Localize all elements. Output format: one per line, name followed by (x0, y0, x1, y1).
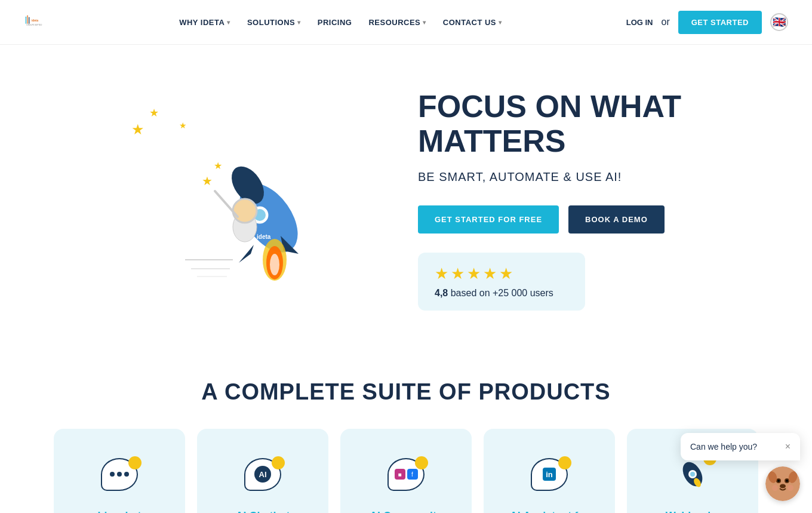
star-rating: ★ ★ ★ ★ ★ (435, 265, 568, 283)
svg-point-40 (788, 485, 793, 491)
product-card-community[interactable]: ■ f AI Community Manager (340, 429, 472, 513)
products-section-title: A COMPLETE SUITE OF PRODUCTS (36, 379, 776, 405)
linkedin-bubble-icon: in (531, 458, 568, 491)
dot-1 (110, 472, 115, 477)
products-grid: Livechat Start interacting with AI AI Ch… (36, 429, 776, 513)
dot-3 (124, 472, 129, 477)
nav-contact-us[interactable]: CONTACT US ▾ (443, 18, 502, 27)
star-4: ★ (483, 265, 497, 283)
community-icon-wrapper: ■ f (382, 450, 430, 498)
nav-why-ideta[interactable]: WHY IDETA ▾ (179, 18, 230, 27)
chatbot-name: AI Chatbot (236, 510, 290, 513)
svg-text:★: ★ (214, 161, 222, 171)
product-card-livechat[interactable]: Livechat Start interacting with (54, 429, 185, 513)
svg-point-35 (786, 480, 788, 482)
hero-buttons: GET STARTED FOR FREE BOOK A DEMO (418, 205, 665, 234)
rating-score: 4,8 (435, 288, 448, 298)
chevron-down-icon: ▾ (297, 19, 301, 26)
login-link[interactable]: LOG IN (626, 18, 653, 27)
dot-2 (117, 472, 122, 477)
community-bubble-icon: ■ f (387, 458, 425, 491)
main-nav: WHY IDETA ▾ SOLUTIONS ▾ PRICING RESOURCE… (179, 18, 502, 27)
chat-avatar[interactable] (765, 466, 800, 501)
chevron-down-icon: ▾ (227, 19, 230, 26)
svg-text:GROUPE SEPTEO: GROUPE SEPTEO (26, 24, 42, 26)
social-icons: ■ f (395, 469, 418, 480)
header-right: LOG IN or GET STARTED 🇬🇧 (626, 11, 788, 34)
livechat-name: Livechat (97, 510, 141, 513)
product-card-linkedin[interactable]: in AI Assistant for Linkedin (484, 429, 615, 513)
community-notification-badge (415, 456, 428, 469)
star-2: ★ (451, 265, 465, 283)
svg-point-22 (270, 254, 279, 275)
hero-title: FOCUS ON WHAT MATTERS (418, 90, 764, 158)
livechat-notification-badge (128, 456, 142, 469)
product-card-chatbot[interactable]: AI AI Chatbot Build your own (197, 429, 328, 513)
close-chat-button[interactable]: × (785, 441, 791, 452)
rating-box: ★ ★ ★ ★ ★ 4,8 based on +25 000 users (418, 253, 585, 311)
svg-text:★: ★ (149, 107, 159, 119)
livechat-icon-wrapper (96, 450, 143, 498)
get-started-header-button[interactable]: GET STARTED (678, 11, 762, 34)
linkedin-notification-badge (558, 456, 571, 469)
rating-label: based on +25 000 users (451, 288, 553, 298)
svg-text:ideta: ideta (257, 234, 271, 240)
webhooks-name: Webhooks (666, 510, 720, 513)
chatbot-notification-badge (272, 456, 285, 469)
svg-text:ideta: ideta (32, 19, 38, 22)
svg-text:★: ★ (202, 174, 213, 188)
chatbot-bubble-icon: AI (244, 458, 281, 491)
nav-pricing[interactable]: PRICING (318, 18, 352, 27)
svg-point-34 (777, 480, 780, 482)
chevron-down-icon: ▾ (499, 19, 502, 26)
hero-illustration: ★ ★ ★ (96, 99, 346, 302)
header: ideta GROUPE SEPTEO WHY IDETA ▾ SOLUTION… (0, 0, 812, 45)
chatbot-icon-wrapper: AI (239, 450, 287, 498)
star-3: ★ (467, 265, 481, 283)
svg-text:★: ★ (131, 121, 144, 137)
language-selector[interactable]: 🇬🇧 (770, 13, 788, 31)
nav-solutions[interactable]: SOLUTIONS ▾ (247, 18, 301, 27)
chat-bubble: Can we help you? × (681, 433, 800, 460)
login-or-text: or (661, 17, 669, 27)
facebook-icon: f (407, 469, 418, 480)
svg-marker-13 (239, 245, 254, 263)
chevron-down-icon: ▾ (423, 19, 426, 26)
hero-illustration-area: ★ ★ ★ (48, 99, 394, 302)
chat-bubble-text: Can we help you? (690, 442, 757, 451)
linkedin-brand-icon: in (543, 468, 556, 481)
book-demo-button[interactable]: BOOK A DEMO (568, 205, 665, 234)
get-started-free-button[interactable]: GET STARTED FOR FREE (418, 205, 559, 234)
linkedin-icon-wrapper: in (525, 450, 573, 498)
logo-area[interactable]: ideta GROUPE SEPTEO (24, 7, 55, 38)
chat-widget: Can we help you? × (681, 433, 800, 501)
svg-point-39 (772, 485, 778, 491)
hero-content: FOCUS ON WHAT MATTERS BE SMART, AUTOMATE… (394, 90, 764, 310)
hero-section: ★ ★ ★ (0, 45, 812, 343)
community-name: AI Community Manager (355, 510, 457, 513)
star-1: ★ (435, 265, 448, 283)
livechat-bubble-icon (101, 458, 138, 491)
rating-text: 4,8 based on +25 000 users (435, 288, 568, 299)
svg-point-36 (780, 484, 786, 489)
nav-resources[interactable]: RESOURCES ▾ (368, 18, 426, 27)
instagram-icon: ■ (395, 469, 405, 480)
hero-subtitle: BE SMART, AUTOMATE & USE AI! (418, 170, 622, 184)
star-5: ★ (499, 265, 513, 283)
linkedin-name: AI Assistant for Linkedin (498, 510, 601, 513)
svg-text:★: ★ (179, 121, 187, 130)
ai-label-icon: AI (254, 466, 271, 483)
